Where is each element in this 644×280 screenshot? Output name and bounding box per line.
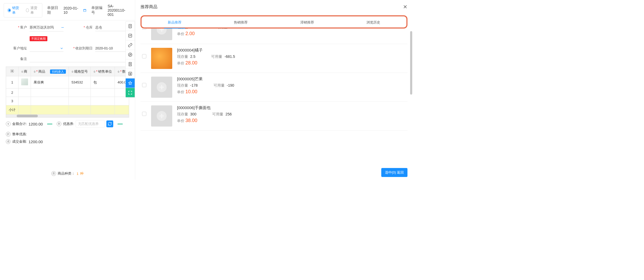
row-unit[interactable]: [91, 88, 115, 97]
side-toolbar: [125, 21, 135, 98]
deal-icon: 成: [6, 139, 11, 144]
avail-value: 256: [225, 112, 232, 117]
radio-return-label: 退货单: [30, 6, 38, 15]
row-spec[interactable]: 534532: [69, 76, 91, 88]
select-return-button[interactable]: 选中(0) 返回: [381, 168, 408, 177]
recommend-tabs-highlight: 新品推荐热销推荐滞销推荐浏览历史: [140, 15, 407, 29]
product-image: [151, 105, 172, 127]
row-spec[interactable]: [69, 97, 91, 105]
col-spec[interactable]: 规格型号: [69, 67, 91, 76]
avail-value: 19903: [230, 29, 240, 30]
row-unit[interactable]: [91, 97, 115, 105]
col-image[interactable]: 商: [19, 67, 31, 76]
doc-date-label: 单据日期: [47, 6, 59, 15]
recommend-item[interactable]: 250mL 现存量19952 可用量19903 单价 2.00: [140, 29, 407, 44]
coupon-input[interactable]: 无匹配优惠券: [76, 120, 105, 128]
col-product[interactable]: 商品 扫码录入: [31, 67, 69, 76]
radio-sales-label: 销货单: [12, 6, 20, 15]
row-unit[interactable]: 包: [91, 76, 115, 88]
side-tool-star[interactable]: [126, 78, 135, 88]
doc-date-value[interactable]: 2020-01-10: [64, 6, 78, 15]
radio-sales-order[interactable]: 销货单: [8, 6, 20, 15]
side-tool-expand[interactable]: [126, 88, 135, 97]
svg-point-1: [12, 71, 13, 72]
recommend-item[interactable]: [0000004]橘子 现存量2.5 可用量-681.5 单价 28.00: [140, 44, 407, 73]
col-settings[interactable]: [6, 67, 19, 76]
price-value: 2.00: [185, 31, 195, 36]
order-type-group: 销货单 退货单: [4, 3, 42, 17]
recommend-checkbox[interactable]: [142, 83, 146, 87]
warehouse-label: 仓库: [71, 25, 93, 30]
side-tool-currency[interactable]: [126, 69, 135, 78]
row-index: 1: [6, 76, 19, 88]
recommend-checkbox[interactable]: [142, 112, 146, 116]
recommend-checkbox[interactable]: [142, 54, 146, 58]
row-product[interactable]: [31, 97, 69, 105]
discount-icon: 折: [6, 132, 11, 137]
side-tool-exchange[interactable]: [126, 50, 135, 59]
recommend-list[interactable]: 250mL 现存量19952 可用量19903 单价 2.00 [0000004…: [135, 29, 413, 165]
duedate-field[interactable]: 2020-01-10: [95, 45, 129, 52]
duedate-value: 2020-01-10: [95, 46, 113, 50]
stock-value: 300: [190, 112, 196, 117]
stock-value: 2.5: [190, 54, 195, 59]
avail-value: -190: [227, 83, 234, 88]
coupon-icon: 券: [57, 122, 61, 126]
avail-value: -681.5: [224, 54, 235, 59]
subtotal-label: 小计: [6, 105, 19, 115]
customer-more-icon[interactable]: ···: [61, 25, 64, 30]
product-image: [151, 48, 172, 69]
scan-input-badge[interactable]: 扫码录入: [50, 69, 66, 74]
side-tool-doc[interactable]: [126, 21, 135, 31]
recommend-checkbox[interactable]: [142, 29, 146, 30]
row-index: 2: [6, 88, 19, 97]
address-label: 客户地址: [6, 46, 27, 51]
side-tool-link[interactable]: [126, 40, 135, 50]
table-row[interactable]: 3: [6, 97, 129, 105]
deal-amount: 成 成交金额: 1200.00: [6, 139, 129, 144]
recommend-tab[interactable]: 新品推荐: [142, 17, 208, 27]
customer-tag: 不固定账期: [30, 36, 47, 41]
col-unit[interactable]: 销售单位: [91, 67, 115, 76]
recommend-item[interactable]: [0000006]手撕面包 现存量300 可用量256 单价 38.00: [140, 102, 407, 130]
grid-horizontal-scrollbar[interactable]: [6, 115, 129, 117]
side-tool-receipt[interactable]: [126, 59, 135, 69]
whole-discount: 折 整单优惠:: [6, 132, 27, 137]
coupon-refresh-button[interactable]: [106, 120, 113, 127]
svg-point-4: [128, 53, 132, 57]
product-name: [0000005]芒果: [177, 77, 406, 82]
price-value: 38.00: [185, 118, 197, 123]
close-icon[interactable]: ✕: [403, 4, 407, 10]
price-value: 10.00: [185, 89, 197, 94]
calendar-icon[interactable]: [83, 8, 87, 12]
duedate-label: 收款到期日: [71, 46, 93, 51]
address-field[interactable]: [30, 45, 64, 52]
row-spec[interactable]: [69, 88, 91, 97]
remark-label: 备注: [6, 57, 27, 61]
warehouse-value: 总仓: [95, 25, 102, 30]
recommend-title: 推荐商品: [140, 4, 157, 10]
recommend-scrollbar[interactable]: [410, 31, 412, 95]
product-name: [0000006]手撕面包: [177, 105, 406, 110]
stock-value: 19952: [190, 29, 201, 30]
customer-value: 苏州万达沃尔玛: [30, 25, 54, 30]
row-qty[interactable]: [115, 97, 129, 105]
dash-divider: [47, 124, 52, 124]
recommend-tab[interactable]: 浏览历史: [340, 17, 406, 27]
row-product[interactable]: 果倍爽: [31, 76, 69, 88]
recommend-item[interactable]: [0000005]芒果 现存量-178 可用量-190 单价 10.00: [140, 73, 407, 102]
warehouse-field[interactable]: 总仓: [95, 24, 129, 31]
remark-field[interactable]: [30, 55, 129, 62]
table-row[interactable]: 2: [6, 88, 129, 97]
customer-field[interactable]: 苏州万达沃尔玛 ···: [30, 24, 64, 31]
currency-icon: ¥: [6, 122, 11, 126]
table-row[interactable]: 1 果倍爽 534532 包 400.00: [6, 76, 129, 88]
recommend-tab[interactable]: 热销推荐: [208, 17, 274, 27]
doc-no-value: SA-20200110-001: [108, 4, 131, 17]
recommend-tab[interactable]: 滞销推荐: [274, 17, 340, 27]
row-product[interactable]: [31, 88, 69, 97]
side-tool-chart[interactable]: [126, 31, 135, 40]
coupon-chip: 券 优惠券: 无匹配优惠券: [57, 120, 114, 128]
radio-return-order[interactable]: 退货单: [26, 6, 38, 15]
chevron-down-icon[interactable]: [60, 46, 64, 50]
